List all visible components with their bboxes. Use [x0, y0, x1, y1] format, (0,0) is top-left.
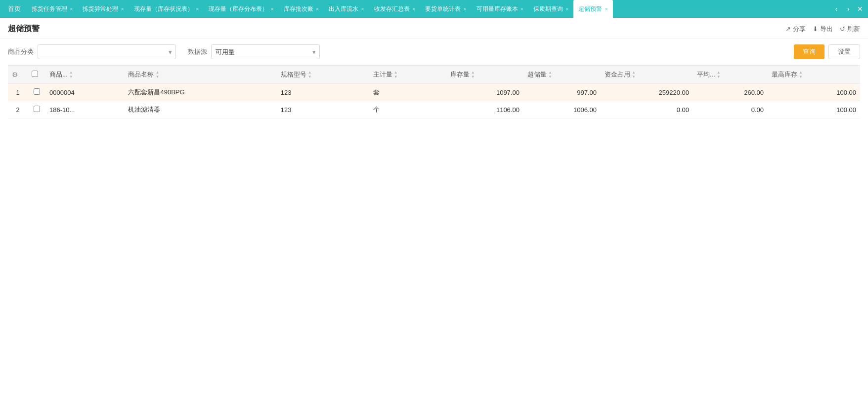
sort-unit: ▲ ▼ — [394, 71, 398, 79]
row-select-1[interactable] — [34, 106, 40, 112]
sort-max-stock: ▲ ▼ — [799, 71, 803, 79]
th-capital[interactable]: 资金占用 ▲ ▼ — [601, 66, 693, 84]
sort-capital: ▲ ▼ — [632, 71, 636, 79]
close-tab-5-icon[interactable]: × — [361, 6, 364, 12]
page-header: 超储预警 ↗ 分享 ⬇ 导出 ↺ 刷新 — [0, 18, 868, 39]
sort-spec: ▲ ▼ — [308, 71, 312, 79]
cell-avg-0: 260.00 — [693, 84, 768, 101]
th-avg[interactable]: 平均... ▲ ▼ — [693, 66, 768, 84]
table-container: ⚙ 商品... ▲ ▼ 商品名称 — [0, 65, 868, 118]
nav-next-arrow[interactable]: › — [842, 0, 854, 18]
nav-arrows: ‹ › ✕ — [830, 0, 866, 18]
nav-tab-4[interactable]: 库存批次账 × — [279, 0, 324, 18]
th-over-storage[interactable]: 超储量 ▲ ▼ — [523, 66, 601, 84]
refresh-button[interactable]: ↺ 刷新 — [840, 25, 860, 34]
data-table: ⚙ 商品... ▲ ▼ 商品名称 — [8, 65, 860, 118]
cell-capital-1: 0.00 — [601, 101, 693, 118]
header-actions: ↗ 分享 ⬇ 导出 ↺ 刷新 — [785, 25, 860, 34]
category-select[interactable] — [38, 44, 176, 59]
datasource-select[interactable]: 可用量 — [211, 44, 320, 59]
row-select-0[interactable] — [34, 88, 40, 95]
category-label: 商品分类 — [8, 47, 34, 56]
cell-avg-1: 0.00 — [693, 101, 768, 118]
cell-product-name-1: 机油滤清器 — [124, 101, 276, 118]
row-num-0: 1 — [8, 84, 28, 101]
cell-spec-0: 123 — [277, 84, 369, 101]
sort-product-code: ▲ ▼ — [69, 71, 73, 79]
table-body: 1 0000004 六配套新昌490BPG 123 套 1097.00 997.… — [8, 84, 860, 118]
cell-stock-1: 1106.00 — [446, 101, 523, 118]
datasource-select-wrapper: 可用量 — [211, 44, 320, 59]
nav-tab-10[interactable]: 超储预警 × — [573, 0, 612, 18]
nav-prev-arrow[interactable]: ‹ — [830, 0, 842, 18]
cell-unit-1: 个 — [369, 101, 446, 118]
category-select-wrapper — [38, 44, 176, 59]
close-tab-4-icon[interactable]: × — [316, 6, 319, 12]
row-checkbox-0 — [28, 84, 45, 101]
gear-icon[interactable]: ⚙ — [12, 71, 18, 79]
table-row: 1 0000004 六配套新昌490BPG 123 套 1097.00 997.… — [8, 84, 860, 101]
page-title: 超储预警 — [8, 24, 40, 34]
close-tab-0-icon[interactable]: × — [70, 6, 73, 12]
cell-over-storage-0: 997.00 — [523, 84, 601, 101]
close-tab-1-icon[interactable]: × — [121, 6, 124, 12]
nav-tab-1[interactable]: 拣货异常处理 × — [78, 0, 129, 18]
export-icon: ⬇ — [813, 25, 818, 33]
export-button[interactable]: ⬇ 导出 — [813, 25, 833, 34]
th-product-code[interactable]: 商品... ▲ ▼ — [45, 66, 124, 84]
cell-capital-0: 259220.00 — [601, 84, 693, 101]
nav-tab-8[interactable]: 可用量库存账本 × — [472, 0, 528, 18]
close-tab-9-icon[interactable]: × — [565, 6, 568, 12]
close-tab-3-icon[interactable]: × — [270, 6, 273, 12]
th-spec[interactable]: 规格型号 ▲ ▼ — [277, 66, 369, 84]
query-button[interactable]: 查询 — [794, 44, 825, 59]
cell-max-stock-0: 100.00 — [768, 84, 860, 101]
nav-tab-2[interactable]: 现存量（库存状况表） × — [129, 0, 204, 18]
sort-stock: ▲ ▼ — [471, 71, 475, 79]
th-checkbox — [28, 66, 45, 84]
cell-product-name-0: 六配套新昌490BPG — [124, 84, 276, 101]
table-header-row: ⚙ 商品... ▲ ▼ 商品名称 — [8, 66, 860, 84]
th-stock[interactable]: 库存量 ▲ ▼ — [446, 66, 523, 84]
close-tab-2-icon[interactable]: × — [196, 6, 199, 12]
cell-product-code-1: 186-10... — [45, 101, 124, 118]
row-checkbox-1 — [28, 101, 45, 118]
nav-tab-6[interactable]: 收发存汇总表 × — [369, 0, 420, 18]
refresh-icon: ↺ — [840, 25, 845, 33]
sort-avg: ▲ ▼ — [717, 71, 721, 79]
th-settings: ⚙ — [8, 66, 28, 84]
close-tab-8-icon[interactable]: × — [521, 6, 523, 12]
row-num-1: 2 — [8, 101, 28, 118]
nav-tab-5[interactable]: 出入库流水 × — [324, 0, 369, 18]
filter-bar: 商品分类 数据源 可用量 查询 设置 — [0, 39, 868, 65]
datasource-label: 数据源 — [188, 47, 207, 56]
nav-tab-0[interactable]: 拣货任务管理 × — [27, 0, 78, 18]
select-all-checkbox[interactable] — [32, 71, 38, 77]
table-row: 2 186-10... 机油滤清器 123 个 1106.00 1006.00 … — [8, 101, 860, 118]
sort-over-storage: ▲ ▼ — [548, 71, 552, 79]
th-product-name[interactable]: 商品名称 ▲ ▼ — [124, 66, 276, 84]
filter-actions: 查询 设置 — [794, 44, 860, 59]
cell-product-code-0: 0000004 — [45, 84, 124, 101]
nav-tab-9[interactable]: 保质期查询 × — [528, 0, 573, 18]
th-unit[interactable]: 主计量 ▲ ▼ — [369, 66, 446, 84]
top-navigation: 首页 拣货任务管理 × 拣货异常处理 × 现存量（库存状况表） × 现存量（库存… — [0, 0, 868, 18]
cell-unit-0: 套 — [369, 84, 446, 101]
nav-close-arrow[interactable]: ✕ — [854, 0, 866, 18]
close-tab-6-icon[interactable]: × — [412, 6, 415, 12]
th-max-stock[interactable]: 最高库存 ▲ ▼ — [768, 66, 860, 84]
close-tab-10-icon[interactable]: × — [605, 6, 608, 12]
close-tab-7-icon[interactable]: × — [463, 6, 466, 12]
share-button[interactable]: ↗ 分享 — [785, 25, 806, 34]
nav-tab-7[interactable]: 要货单统计表 × — [420, 0, 471, 18]
cell-spec-1: 123 — [277, 101, 369, 118]
settings-button[interactable]: 设置 — [828, 44, 860, 59]
nav-home[interactable]: 首页 — [2, 4, 27, 13]
cell-stock-0: 1097.00 — [446, 84, 523, 101]
cell-max-stock-1: 100.00 — [768, 101, 860, 118]
cell-over-storage-1: 1006.00 — [523, 101, 601, 118]
category-filter: 商品分类 — [8, 44, 176, 59]
share-icon: ↗ — [785, 25, 791, 33]
nav-tab-3[interactable]: 现存量（库存分布表） × — [204, 0, 278, 18]
datasource-filter: 数据源 可用量 — [188, 44, 320, 59]
